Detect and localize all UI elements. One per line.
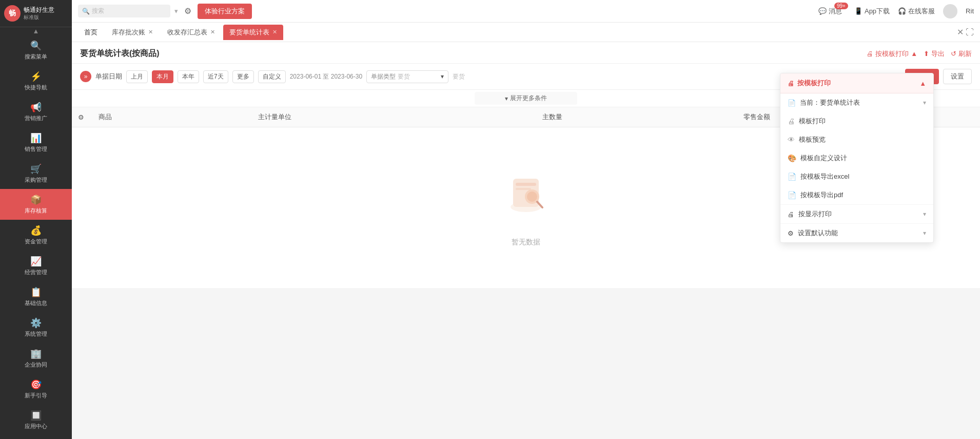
svg-point-5 bbox=[527, 192, 537, 202]
dropdown-display-print[interactable]: 🖨 按显示打印 ▾ bbox=[780, 204, 933, 223]
tab-home[interactable]: 首页 bbox=[78, 25, 104, 40]
template-excel-icon: 📄 bbox=[788, 173, 796, 181]
sidebar-item-newbie[interactable]: 🎯 新手引导 bbox=[0, 374, 72, 405]
template-pdf-icon: 📄 bbox=[788, 191, 796, 199]
refresh-btn[interactable]: ↺ 刷新 bbox=[951, 49, 972, 59]
display-print-chevron-icon: ▾ bbox=[923, 211, 926, 218]
sidebar-item-basic[interactable]: 📋 基础信息 bbox=[0, 281, 72, 312]
template-preview-icon: 👁 bbox=[788, 136, 795, 144]
apps-icon: 🔲 bbox=[30, 410, 42, 421]
topbar-settings-icon[interactable]: ⚙ bbox=[182, 4, 193, 18]
basic-icon: 📋 bbox=[30, 287, 42, 298]
tab-close-order-summary[interactable]: ✕ bbox=[272, 29, 277, 35]
tab-order-summary[interactable]: 要货单统计表 ✕ bbox=[223, 25, 283, 40]
avatar[interactable] bbox=[943, 4, 957, 18]
sidebar-item-system[interactable]: ⚙️ 系统管理 bbox=[0, 312, 72, 343]
tab-close-receivable-summary[interactable]: ✕ bbox=[210, 29, 215, 35]
svg-rect-3 bbox=[516, 188, 531, 190]
empty-text: 暂无数据 bbox=[512, 238, 540, 247]
display-print-icon: 🖨 bbox=[788, 211, 794, 218]
table-settings-icon[interactable]: ⚙ bbox=[78, 113, 84, 121]
template-design-icon: 🎨 bbox=[788, 154, 796, 162]
sidebar-item-sales[interactable]: 📊 销售管理 bbox=[0, 127, 72, 158]
order-type-filter-label: 要货 bbox=[453, 72, 465, 81]
select-chevron-icon: ▾ bbox=[441, 73, 444, 80]
print-template-btn[interactable]: 🖨 按模板打印 ▲ bbox=[867, 49, 917, 59]
enterprise-icon: 🏢 bbox=[30, 348, 42, 359]
download-icon: 📱 bbox=[854, 7, 863, 15]
sidebar-item-marketing[interactable]: 📢 营销推广 bbox=[0, 97, 72, 127]
expand-more-conditions-btn[interactable]: ▾ 展开更多条件 bbox=[475, 92, 577, 105]
expand-window-btn[interactable]: ⛶ bbox=[966, 27, 974, 37]
printer-dropdown-icon: 🖨 bbox=[788, 80, 794, 87]
topbar-right: 💬 消息 99+ 📱 App下载 🎧 在线客服 Rit bbox=[818, 4, 974, 18]
dropdown-template-print[interactable]: 🖨 模板打印 bbox=[780, 112, 933, 130]
headset-icon: 🎧 bbox=[898, 7, 906, 15]
empty-icon bbox=[500, 168, 552, 230]
app-logo: 畅 畅通好生意 标准版 bbox=[0, 0, 72, 27]
page-header-actions: 🖨 按模板打印 ▲ ⬆ 导出 ↺ 刷新 bbox=[867, 49, 972, 59]
tab-close-inventory-batch[interactable]: ✕ bbox=[148, 29, 153, 35]
sidebar-item-search[interactable]: 🔍 搜索菜单 bbox=[0, 35, 72, 66]
date-btn-week7[interactable]: 近7天 bbox=[203, 70, 228, 83]
dropdown-current-template[interactable]: 📄 当前：要货单统计表 ▾ bbox=[780, 93, 933, 112]
export-btn[interactable]: ⬆ 导出 bbox=[924, 49, 945, 59]
marketing-icon: 📢 bbox=[30, 102, 42, 113]
date-range-display: 2023-06-01 至 2023-06-30 bbox=[290, 72, 362, 81]
sidebar-item-finance[interactable]: 💰 资金管理 bbox=[0, 220, 72, 251]
current-chevron-icon: ▾ bbox=[923, 99, 926, 106]
message-btn[interactable]: 💬 消息 99+ bbox=[818, 7, 842, 16]
message-badge: 99+ bbox=[834, 3, 848, 9]
sidebar-item-purchase[interactable]: 🛒 采购管理 bbox=[0, 158, 72, 189]
trial-btn[interactable]: 体验行业方案 bbox=[198, 4, 252, 19]
sidebar-scroll-up[interactable]: ▲ bbox=[0, 27, 72, 35]
dropdown-template-excel[interactable]: 📄 按模板导出excel bbox=[780, 167, 933, 186]
message-icon: 💬 bbox=[818, 7, 827, 15]
sidebar-item-wechat[interactable]: 💬 企业微信 bbox=[0, 435, 72, 439]
username: Rit bbox=[966, 7, 974, 15]
chevron-up-icon: ▲ bbox=[911, 50, 917, 58]
date-btn-prev[interactable]: 上月 bbox=[126, 70, 148, 83]
close-all-tabs-btn[interactable]: ✕ bbox=[957, 27, 964, 37]
dropdown-default-setting[interactable]: ⚙ 设置默认功能 ▾ bbox=[780, 223, 933, 242]
sidebar-item-apps[interactable]: 🔲 应用中心 bbox=[0, 405, 72, 435]
tab-receivable-summary[interactable]: 收发存汇总表 ✕ bbox=[161, 25, 221, 40]
inventory-icon: 📦 bbox=[30, 194, 42, 205]
search-icon: 🔍 bbox=[30, 40, 42, 51]
date-btn-current[interactable]: 本月 bbox=[152, 70, 173, 83]
dropdown-template-design[interactable]: 🎨 模板自定义设计 bbox=[780, 149, 933, 167]
refresh-icon: ↺ bbox=[951, 50, 956, 58]
col-unit: 主计量单位 bbox=[252, 107, 536, 127]
search-topbar-icon: 🔍 bbox=[82, 8, 90, 15]
date-btn-custom[interactable]: 自定义 bbox=[258, 70, 286, 83]
chevron-down-icon[interactable]: ▾ bbox=[174, 7, 178, 15]
type-filter-select[interactable]: 单据类型 要货 ▾ bbox=[366, 70, 448, 83]
col-settings[interactable]: ⚙ bbox=[72, 107, 92, 127]
dropdown-close-icon[interactable]: ▲ bbox=[919, 80, 926, 87]
col-product: 商品 bbox=[92, 107, 252, 127]
settings-btn[interactable]: 设置 bbox=[943, 69, 972, 84]
date-filter-label: 单据日期 bbox=[95, 72, 122, 81]
template-print-icon: 🖨 bbox=[788, 117, 795, 125]
tab-inventory-batch[interactable]: 库存批次账 ✕ bbox=[106, 25, 159, 40]
date-btn-year[interactable]: 本年 bbox=[178, 70, 199, 83]
app-download-btn[interactable]: 📱 App下载 bbox=[854, 7, 890, 16]
dropdown-template-pdf[interactable]: 📄 按模板导出pdf bbox=[780, 186, 933, 204]
svg-rect-2 bbox=[516, 183, 536, 186]
page-header: 要货单统计表(按商品) 🖨 按模板打印 ▲ ⬆ 导出 ↺ 刷新 bbox=[72, 42, 980, 64]
sidebar-item-inventory[interactable]: 📦 库存核算 bbox=[0, 189, 72, 220]
sidebar-item-quick-nav[interactable]: ⚡ 快捷导航 bbox=[0, 66, 72, 97]
filter-expand-btn[interactable]: » bbox=[80, 71, 91, 82]
date-btn-more[interactable]: 更多 bbox=[232, 70, 254, 83]
online-service-btn[interactable]: 🎧 在线客服 bbox=[898, 7, 935, 16]
sidebar-item-enterprise[interactable]: 🏢 企业协同 bbox=[0, 343, 72, 374]
dropdown-header[interactable]: 🖨 按模板打印 ▲ bbox=[780, 73, 933, 93]
sales-icon: 📊 bbox=[30, 132, 42, 144]
logo-text: 畅通好生意 标准版 bbox=[24, 6, 54, 21]
dropdown-template-preview[interactable]: 👁 模板预览 bbox=[780, 130, 933, 149]
quick-nav-icon: ⚡ bbox=[30, 71, 42, 82]
page-title: 要货单统计表(按商品) bbox=[80, 48, 160, 59]
topbar-search-area[interactable]: 🔍 搜索 bbox=[78, 5, 170, 17]
sidebar-item-operation[interactable]: 📈 经营管理 bbox=[0, 251, 72, 281]
operation-icon: 📈 bbox=[30, 256, 42, 267]
